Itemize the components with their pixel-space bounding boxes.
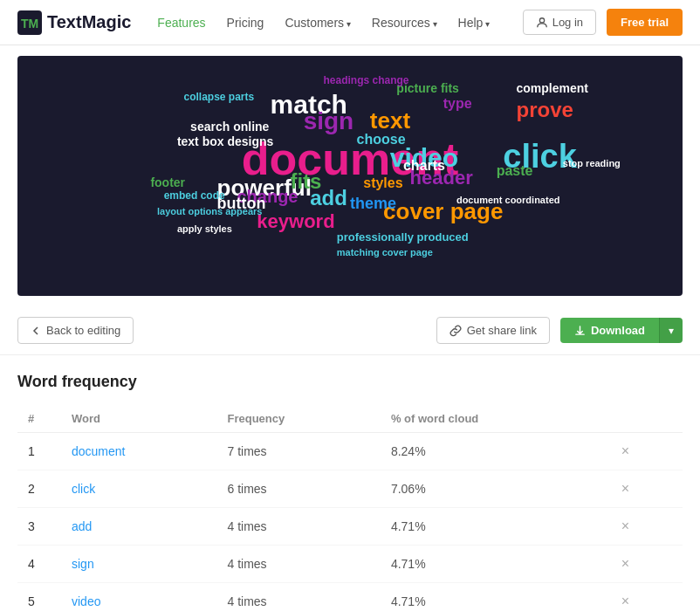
wordcloud-container: documentclickvideomatchsigntextpowerfulp… — [17, 56, 683, 296]
table-header-row: # Word Frequency % of word cloud — [17, 405, 683, 433]
word-cloud-item: search online — [190, 120, 269, 133]
cell-percent: 7.06% — [381, 470, 607, 508]
cell-delete: × — [607, 470, 683, 508]
word-cloud-item: matching cover page — [337, 248, 433, 257]
word-cloud-item: charts — [403, 159, 445, 173]
word-cloud-item: sign — [304, 109, 354, 134]
svg-point-2 — [539, 17, 544, 22]
cell-word: add — [61, 508, 217, 546]
download-button[interactable]: Download — [560, 318, 659, 343]
delete-word-button[interactable]: × — [618, 518, 633, 534]
header-right: Log in Free trial — [523, 9, 683, 36]
download-dropdown-button[interactable]: ▾ — [659, 318, 683, 343]
word-cloud-item: add — [310, 188, 347, 209]
cell-frequency: 4 times — [217, 546, 381, 583]
frequency-section: Word frequency # Word Frequency % of wor… — [0, 355, 700, 611]
table-row: 4 sign 4 times 4.71% × — [17, 546, 683, 583]
main-nav: Features Pricing Customers Resources Hel… — [157, 16, 522, 30]
word-link[interactable]: document — [72, 444, 125, 458]
word-cloud-item: theme — [350, 196, 396, 211]
action-right: Get share link Download ▾ — [436, 317, 683, 344]
cell-delete: × — [607, 546, 683, 583]
chevron-left-icon — [31, 326, 41, 336]
logo[interactable]: TM TextMagic — [17, 10, 131, 35]
word-cloud-item: headings change — [324, 75, 409, 86]
word-cloud-item: text — [370, 109, 410, 132]
nav-pricing[interactable]: Pricing — [227, 16, 264, 30]
svg-text:TM: TM — [21, 17, 38, 31]
word-cloud-item: styles — [363, 176, 402, 190]
logo-icon: TM — [17, 10, 42, 35]
cell-percent: 4.71% — [381, 583, 607, 612]
action-bar: Back to editing Get share link Download … — [0, 306, 700, 355]
cell-delete: × — [607, 583, 683, 612]
cell-frequency: 4 times — [217, 508, 381, 546]
word-cloud-item: complement — [517, 82, 588, 94]
col-word: Word — [61, 405, 217, 433]
user-icon — [536, 17, 548, 29]
cell-word: sign — [61, 546, 217, 583]
nav-customers[interactable]: Customers — [285, 16, 350, 30]
word-cloud-item: prove — [517, 100, 573, 120]
cell-num: 3 — [17, 508, 61, 546]
cell-delete: × — [607, 508, 683, 546]
table-row: 3 add 4 times 4.71% × — [17, 508, 683, 546]
cell-num: 2 — [17, 470, 61, 508]
back-to-editing-button[interactable]: Back to editing — [17, 317, 134, 344]
word-cloud-item: layout options appears — [157, 207, 262, 216]
delete-word-button[interactable]: × — [618, 556, 633, 572]
table-row: 5 video 4 times 4.71% × — [17, 583, 683, 612]
word-link[interactable]: sign — [72, 557, 94, 571]
word-cloud-item: professionally produced — [337, 231, 469, 243]
cell-frequency: 4 times — [217, 583, 381, 612]
cell-num: 1 — [17, 433, 61, 470]
cell-percent: 8.24% — [381, 433, 607, 470]
nav-help[interactable]: Help — [458, 16, 491, 30]
cell-percent: 4.71% — [381, 546, 607, 583]
frequency-table: # Word Frequency % of word cloud 1 docum… — [17, 405, 683, 611]
word-cloud-item: text box designs — [177, 135, 273, 148]
col-num: # — [17, 405, 61, 433]
word-cloud-item: paste — [497, 164, 533, 178]
word-cloud-item: choose — [357, 133, 406, 147]
word-cloud-item: type — [443, 97, 472, 111]
cell-delete: × — [607, 433, 683, 470]
download-icon — [574, 325, 586, 336]
frequency-table-body: 1 document 7 times 8.24% × 2 click 6 tim… — [17, 433, 683, 612]
cell-word: click — [61, 470, 217, 508]
word-cloud-item: keyword — [257, 212, 334, 231]
login-label: Log in — [552, 16, 583, 29]
word-cloud-item: footer — [150, 176, 185, 189]
word-cloud-item: collapse parts — [184, 92, 255, 102]
download-button-group: Download ▾ — [560, 318, 683, 343]
word-link[interactable]: video — [72, 594, 100, 608]
cell-frequency: 6 times — [217, 470, 381, 508]
cell-percent: 4.71% — [381, 508, 607, 546]
delete-word-button[interactable]: × — [618, 594, 633, 609]
login-button[interactable]: Log in — [523, 10, 596, 35]
word-cloud-item: document coordinated — [456, 196, 560, 205]
download-label: Download — [591, 324, 645, 337]
nav-features[interactable]: Features — [157, 16, 205, 30]
cell-num: 5 — [17, 583, 61, 612]
link-icon — [450, 325, 462, 337]
table-row: 1 document 7 times 8.24% × — [17, 433, 683, 470]
word-cloud-item: apply styles — [177, 224, 232, 234]
cell-frequency: 7 times — [217, 433, 381, 470]
word-link[interactable]: add — [72, 519, 92, 533]
nav-resources[interactable]: Resources — [372, 16, 437, 30]
logo-text: TextMagic — [47, 12, 131, 32]
word-link[interactable]: click — [72, 482, 95, 496]
frequency-title: Word frequency — [17, 373, 683, 391]
get-share-link-button[interactable]: Get share link — [436, 317, 550, 344]
share-label: Get share link — [467, 324, 537, 337]
cell-word: video — [61, 583, 217, 612]
free-trial-button[interactable]: Free trial — [607, 9, 683, 36]
delete-word-button[interactable]: × — [618, 443, 633, 459]
col-percent: % of word cloud — [381, 405, 607, 433]
col-actions — [607, 405, 683, 433]
word-cloud-item: embed code — [164, 190, 225, 201]
delete-word-button[interactable]: × — [618, 481, 633, 497]
word-cloud-item: stop reading — [563, 159, 621, 168]
back-label: Back to editing — [46, 324, 120, 337]
